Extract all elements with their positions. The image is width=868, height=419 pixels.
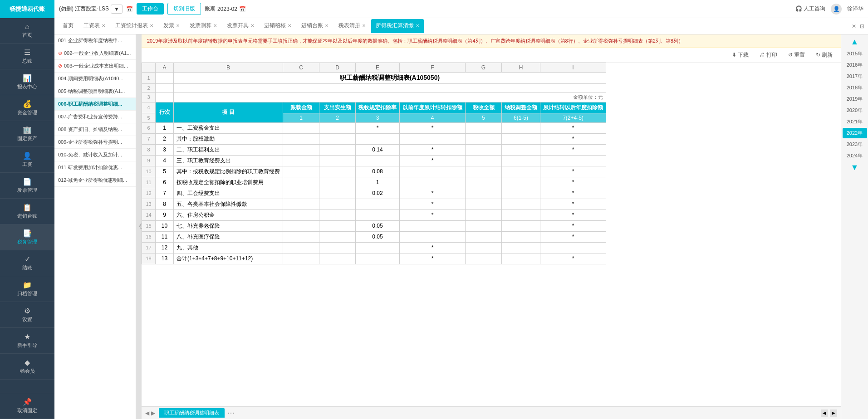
row-6-d[interactable]	[319, 122, 356, 133]
row-18-h[interactable]	[502, 253, 540, 264]
tab-sales-ledger[interactable]: 进销台账 ✕	[297, 19, 333, 33]
year-2020[interactable]: 2020年	[843, 105, 867, 116]
row-11-g[interactable]	[466, 177, 502, 188]
spreadsheet-container[interactable]: A B C D E F G H I	[142, 63, 841, 407]
row-11-c[interactable]	[283, 177, 319, 188]
sheet-scroll-right[interactable]: ▶	[830, 409, 837, 417]
year-2017[interactable]: 2017年	[843, 71, 867, 82]
row-10-g[interactable]	[466, 166, 502, 177]
form-list-item-005[interactable]: 005-纳税调整项目明细表(A1...	[54, 85, 136, 98]
sheet-scroll-left[interactable]: ◀	[821, 409, 828, 417]
row-15-d[interactable]	[319, 220, 356, 231]
row-8-c[interactable]	[283, 144, 319, 155]
tab-tax-clear[interactable]: 税表清册 ✕	[334, 19, 370, 33]
tab-close-invoice-open[interactable]: ✕	[250, 23, 254, 28]
row-14-c[interactable]	[283, 210, 319, 220]
form-list-item-003[interactable]: ⊘ 003-一般企业成本支出明细...	[54, 60, 136, 73]
row-16-h[interactable]	[502, 231, 540, 242]
row-7-g[interactable]	[466, 133, 502, 144]
year-up-icon[interactable]: ▲	[850, 36, 860, 48]
tab-close-all-icon[interactable]: ✕	[852, 23, 856, 29]
sidebar-item-home[interactable]: ⌂ 首页	[0, 18, 54, 44]
sidebar-unpin[interactable]: 📌 取消固定	[0, 393, 54, 419]
row-7-h[interactable]	[502, 133, 540, 144]
row-17-d[interactable]	[319, 242, 356, 253]
row-17-h[interactable]	[502, 242, 540, 253]
row-16-c[interactable]	[283, 231, 319, 242]
row-16-g[interactable]	[466, 231, 502, 242]
row-10-f[interactable]	[400, 166, 466, 177]
sidebar-item-archive[interactable]: 📁 归档管理	[0, 276, 54, 302]
row-18-e[interactable]	[356, 253, 400, 264]
row-13-c[interactable]	[283, 199, 319, 210]
row-16-d[interactable]	[319, 231, 356, 242]
refresh-button[interactable]: ↻ 刷新	[813, 50, 835, 60]
row-10-d[interactable]	[319, 166, 356, 177]
form-list-item-006[interactable]: 006-职工薪酬纳税调整明细...	[54, 98, 136, 111]
form-list-item-010[interactable]: 010-免税、减计收入及加计...	[54, 149, 136, 161]
row-17-i[interactable]	[540, 242, 606, 253]
row-8-d[interactable]	[319, 144, 356, 155]
tab-close-sales-ledger[interactable]: ✕	[325, 23, 329, 28]
row-17-e[interactable]	[356, 242, 400, 253]
row-9-e[interactable]	[356, 155, 400, 166]
form-list-item-012[interactable]: 012-减免企业所得税优惠明细...	[54, 174, 136, 187]
row-9-h[interactable]	[502, 155, 540, 166]
form-list-item-001[interactable]: 001-企业所得税年度纳税申...	[54, 34, 136, 47]
collapse-handle[interactable]: 《	[136, 34, 142, 419]
tab-close-salary-report[interactable]: ✕	[150, 23, 153, 28]
row-12-d[interactable]	[319, 188, 356, 199]
sidebar-item-ledger[interactable]: ☰ 总账	[0, 44, 54, 69]
tab-close-invoice-calc[interactable]: ✕	[213, 23, 217, 28]
row-15-g[interactable]	[466, 220, 502, 231]
form-list-item-004[interactable]: 004-期间费用明细表(A1040...	[54, 73, 136, 85]
row-18-d[interactable]	[319, 253, 356, 264]
row-7-f[interactable]	[400, 133, 466, 144]
form-list-item-008[interactable]: 008-资产折旧、摊销及纳税...	[54, 123, 136, 136]
tab-salary-report[interactable]: 工资统计报表 ✕	[111, 19, 158, 33]
sidebar-item-settings[interactable]: ⚙ 设置	[0, 302, 54, 328]
sidebar-item-close[interactable]: ✓ 结账	[0, 250, 54, 276]
tab-close-purchase[interactable]: ✕	[288, 23, 291, 28]
tab-income-tax[interactable]: 所得税汇算清缴 ✕	[371, 19, 424, 33]
row-12-g[interactable]	[466, 188, 502, 199]
sheet-tab-active[interactable]: 职工薪酬纳税调整明细表	[159, 408, 225, 418]
row-13-h[interactable]	[502, 199, 540, 210]
tab-purchase[interactable]: 进销稽核 ✕	[260, 19, 296, 33]
row-6-g[interactable]	[466, 122, 502, 133]
download-button[interactable]: ⬇ 下载	[729, 50, 751, 60]
tab-invoice-open[interactable]: 发票开具 ✕	[222, 19, 259, 33]
year-down-icon[interactable]: ▼	[850, 162, 860, 173]
row-9-i[interactable]	[540, 155, 606, 166]
row-7-e[interactable]	[356, 133, 400, 144]
tab-home[interactable]: 首页	[58, 19, 78, 33]
row-13-g[interactable]	[466, 199, 502, 210]
sidebar-item-guide[interactable]: ★ 新手引导	[0, 328, 54, 354]
print-button[interactable]: 🖨 打印	[757, 50, 780, 60]
tab-close-income-tax[interactable]: ✕	[416, 23, 419, 28]
row-11-d[interactable]	[319, 177, 356, 188]
row-15-h[interactable]	[502, 220, 540, 231]
form-list-item-011[interactable]: 011-研发费用加计扣除优惠...	[54, 161, 136, 174]
form-list-item-002[interactable]: ⊘ 002-一般企业收入明细表(A1...	[54, 47, 136, 60]
row-10-h[interactable]	[502, 166, 540, 177]
year-2018[interactable]: 2018年	[843, 83, 867, 93]
sidebar-item-invoice[interactable]: 📄 发票管理	[0, 173, 54, 199]
row-12-c[interactable]	[283, 188, 319, 199]
row-7-c[interactable]	[283, 133, 319, 144]
row-17-g[interactable]	[466, 242, 502, 253]
row-13-d[interactable]	[319, 199, 356, 210]
workbench-button[interactable]: 工作台	[137, 3, 164, 15]
company-dropdown[interactable]: ▼	[111, 5, 123, 14]
row-10-c[interactable]	[283, 166, 319, 177]
row-7-d[interactable]	[319, 133, 356, 144]
form-list-item-009[interactable]: 009-企业所得税弥补亏损明...	[54, 136, 136, 149]
reset-button[interactable]: ↺ 重置	[785, 50, 808, 60]
sidebar-item-reports[interactable]: 📊 报表中心	[0, 69, 54, 95]
tab-close-invoice[interactable]: ✕	[176, 23, 180, 28]
row-14-g[interactable]	[466, 210, 502, 220]
year-2023[interactable]: 2023年	[843, 139, 867, 150]
row-12-h[interactable]	[502, 188, 540, 199]
tab-close-tax-clear[interactable]: ✕	[362, 23, 366, 28]
sheet-more-icon[interactable]: ⋯	[227, 409, 235, 417]
